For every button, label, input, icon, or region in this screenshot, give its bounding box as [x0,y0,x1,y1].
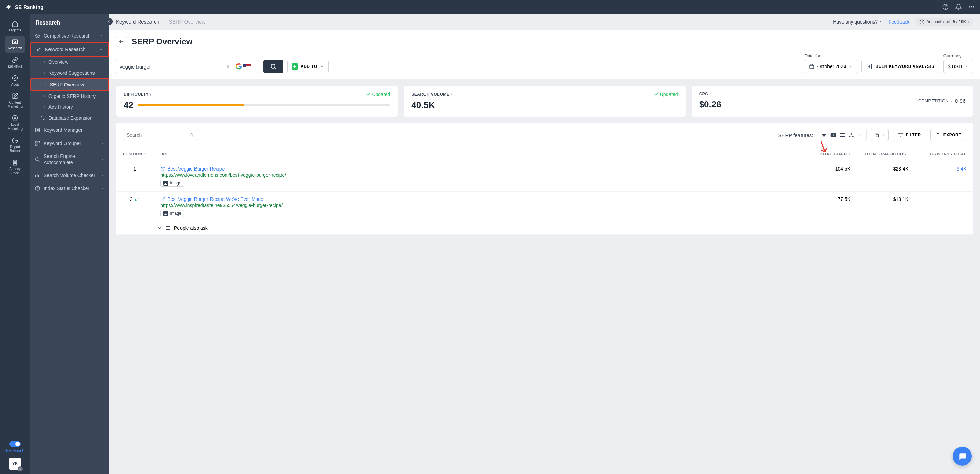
nav-serp-overview[interactable]: SERP Overview [32,79,108,90]
col-traffic[interactable]: TOTAL TRAFFIC [806,147,857,161]
nav-index-checker[interactable]: Index Status Checker [30,182,109,195]
rail-backlinks[interactable]: Backlinks [5,54,25,71]
nav-organic-history[interactable]: Organic SERP History [30,91,109,101]
rail-local[interactable]: Local Marketing [5,112,25,134]
nav-label: Overview [48,59,68,65]
volume-value: 40.5K [411,100,435,110]
brand-logo[interactable]: SE Ranking [5,3,43,10]
nav-ads-history[interactable]: Ads History [30,101,109,113]
keywords-link[interactable]: 6.4K [956,166,966,171]
copy-button[interactable] [871,129,889,141]
chat-button[interactable] [953,447,972,466]
more-icon[interactable] [969,4,975,10]
breadcrumb-item[interactable]: Keyword Research [116,19,159,25]
rail-projects[interactable]: Projects [5,18,25,35]
toggle-switch[interactable] [9,441,21,447]
new-ui-toggle[interactable]: New Menu UI [5,441,25,453]
nav-overview[interactable]: Overview [30,57,109,68]
feedback-link[interactable]: Feedback [889,19,909,25]
svg-point-20 [271,64,275,68]
rail-label: Audit [11,82,19,87]
collapse-sidebar-button[interactable] [105,18,113,25]
bulk-analysis-button[interactable]: BULK KEYWORD ANALYSIS [861,60,939,73]
col-position[interactable]: POSITION [116,147,154,161]
search-icon [270,63,277,70]
nav-autocomplete[interactable]: Search Engine Autocomplete [30,150,109,169]
nav-keyword-grouper[interactable]: Keyword Grouper [30,137,109,150]
export-button[interactable]: EXPORT [930,129,966,141]
cpc-card: CPC i $0.26 COMPETITION i 0.96 [692,86,973,117]
rail-content[interactable]: Content Marketing [5,90,25,111]
group-icon [35,141,40,146]
result-url[interactable]: https://www.loveandlemons.com/best-veggi… [161,172,799,178]
sitelinks-icon[interactable] [849,132,854,138]
back-button[interactable] [116,36,127,47]
info-icon[interactable]: i [451,92,452,97]
nav-db-expansion[interactable]: Database Expansion [30,113,109,124]
sidebar-title: Research [30,16,109,29]
nav-volume-checker[interactable]: Search Volume Checker [30,169,109,182]
questions-link[interactable]: Have any questions? [833,19,882,25]
table-search-input[interactable] [127,132,187,138]
date-selector[interactable]: October 2024 [805,60,858,73]
rail-research[interactable]: Research [5,36,25,53]
competition-label: COMPETITION [918,98,948,103]
nav-label: Keyword Research [45,46,95,52]
svg-rect-15 [35,141,37,143]
svg-point-25 [851,133,852,134]
clear-icon[interactable]: ✕ [226,63,230,70]
search-engine-selector[interactable] [236,63,256,70]
rail-label: Agency Pack [7,167,23,175]
user-avatar[interactable]: YK [9,458,21,470]
gauge-icon [920,19,924,24]
nav-competitive-research[interactable]: Competitive Research [30,29,109,42]
key-icon [36,47,41,52]
search-button[interactable] [263,60,283,73]
page-header: Keyword Research SERP Overview Have any … [109,14,980,30]
upload-icon [935,132,941,138]
result-url[interactable]: https://www.inspiredtaste.net/36554/vegg… [161,203,799,208]
nav-keyword-manager[interactable]: Keyword Manager [30,124,109,136]
list-icon[interactable] [840,132,845,138]
caret-down-icon [252,65,256,68]
currency-selector[interactable]: $ USD [943,60,973,73]
col-url[interactable]: URL [154,147,806,161]
col-keywords[interactable]: KEYWORDS TOTAL [915,147,973,161]
keyword-input[interactable] [120,64,223,70]
result-title[interactable]: Best Veggie Burger Recipe We've Ever Mad… [161,197,799,202]
star-icon[interactable] [821,132,827,138]
position-cell: 1 [116,161,154,192]
copy-icon [874,132,879,138]
limit-value: 5 / 10K [953,19,966,24]
bell-icon[interactable] [955,4,962,10]
result-title[interactable]: Best Veggie Burger Recipe [161,166,799,171]
avatar-initials: YK [12,461,18,466]
col-cost[interactable]: TOTAL TRAFFIC COST [857,147,915,161]
date-value: October 2024 [817,64,846,69]
more-icon[interactable] [858,132,863,138]
nav-suggestions[interactable]: Keyword Suggestions [30,68,109,78]
add-to-button[interactable]: + ADD TO [287,60,329,73]
rail-report[interactable]: Report Builder [5,134,25,156]
video-icon[interactable] [830,133,836,138]
nav-keyword-research[interactable]: Keyword Research [32,43,108,56]
metrics-cards: DIFFICULTY i Updated 42 SEARCH VOLUM [109,79,980,123]
chat-icon [958,452,967,461]
info-icon[interactable]: i [951,99,952,103]
people-also-ask-row[interactable]: People also ask [116,222,973,235]
divider [233,63,233,70]
info-icon[interactable]: i [710,92,711,96]
chevron-down-icon [882,133,886,137]
svg-rect-16 [38,141,40,143]
info-icon: i [969,20,969,24]
info-icon[interactable]: i [150,92,151,97]
svg-rect-31 [876,134,878,137]
help-icon[interactable] [942,4,948,10]
svg-point-23 [190,133,193,136]
rail-agency[interactable]: Agency Pack [5,157,25,178]
add-to-label: ADD TO [301,64,317,69]
rail-audit[interactable]: Audit [5,72,25,89]
account-limit-badge[interactable]: Account limit: 5 / 10K i [915,18,973,25]
filter-button[interactable]: FILTER [892,129,926,141]
svg-rect-14 [36,128,40,132]
